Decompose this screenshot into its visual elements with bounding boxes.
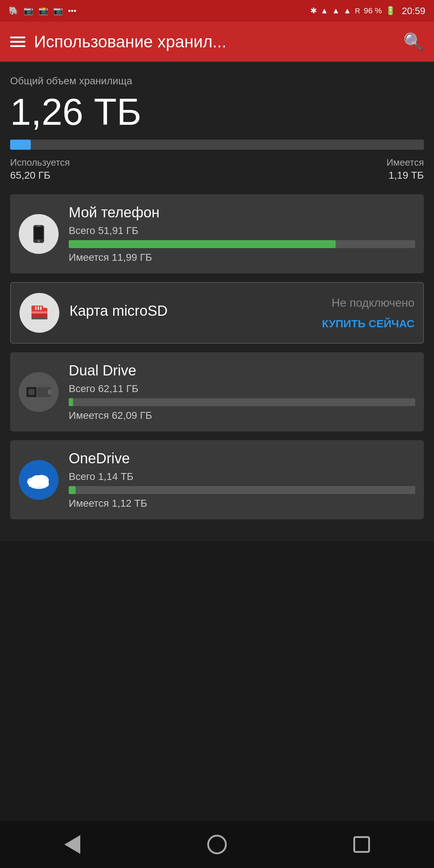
my-phone-card[interactable]: Мой телефон Всего 51,91 ГБ Имеется 11,99…	[10, 194, 424, 273]
used-stat: Используется 65,20 ГБ	[10, 157, 70, 181]
dualdrive-available-label: Имеется	[69, 410, 109, 421]
home-circle-icon	[207, 835, 227, 854]
onedrive-icon-wrapper	[19, 460, 59, 500]
svg-rect-1	[34, 227, 43, 239]
svg-rect-3	[37, 226, 41, 226]
dualdrive-card-name: Dual Drive	[69, 362, 415, 379]
total-progress-fill	[10, 140, 31, 150]
available-stat: Имеется 1,19 ТБ	[387, 157, 424, 181]
back-button[interactable]	[60, 832, 85, 857]
microsd-card[interactable]: Карта microSD Не подключено КУПИТЬ СЕЙЧА…	[10, 282, 424, 344]
microsd-icon-wrapper	[20, 293, 59, 333]
svg-rect-10	[38, 306, 39, 310]
phone-progress-bar	[69, 240, 415, 248]
camera-icon: 📸	[38, 6, 48, 16]
svg-rect-14	[48, 390, 51, 394]
onedrive-progress-fill	[69, 486, 76, 494]
onedrive-card-total: Всего 1,14 ТБ	[69, 471, 415, 482]
phone-progress-fill	[69, 240, 336, 248]
dual-drive-card[interactable]: Dual Drive Всего 62,11 ГБ Имеется 62,09 …	[10, 352, 424, 431]
instagram-icon: 📷	[24, 6, 33, 16]
total-storage-label: Общий объем хранилища	[10, 75, 424, 87]
microsd-icon	[28, 301, 51, 324]
total-progress-bar	[10, 140, 424, 150]
app-bar: Использование хранил... 🔍	[0, 22, 434, 61]
dualdrive-icon-wrapper	[19, 372, 59, 412]
dualdrive-total-value: 62,11 ГБ	[98, 383, 138, 394]
bluetooth-icon: ✱	[310, 6, 317, 16]
menu-button[interactable]	[10, 37, 25, 47]
main-content: Общий объем хранилища 1,26 ТБ Использует…	[0, 62, 434, 541]
microsd-card-info: Карта microSD	[69, 303, 237, 323]
phone-available-value: 11,99 ГБ	[112, 252, 152, 263]
available-label: Имеется	[387, 157, 424, 168]
phone-card-info: Мой телефон Всего 51,91 ГБ Имеется 11,99…	[69, 204, 415, 263]
status-icons-left: 🐘 📷 📸 📷 •••	[9, 6, 76, 16]
phone-card-name: Мой телефон	[69, 204, 415, 221]
signal2-icon: ▲	[344, 6, 352, 16]
used-label: Используется	[10, 157, 70, 168]
total-storage-section: Общий объем хранилища 1,26 ТБ Использует…	[10, 75, 424, 181]
onedrive-card[interactable]: OneDrive Всего 1,14 ТБ Имеется 1,12 ТБ	[10, 440, 424, 519]
app-bar-title: Использование хранил...	[34, 32, 395, 51]
search-button[interactable]: 🔍	[403, 32, 424, 51]
available-value: 1,19 ТБ	[387, 170, 424, 181]
phone-icon-wrapper	[19, 214, 59, 254]
phone-icon	[28, 224, 49, 244]
dualdrive-total-label: Всего	[69, 383, 95, 394]
dualdrive-available: Имеется 62,09 ГБ	[69, 410, 415, 421]
battery-percent: 96 %	[364, 6, 382, 16]
phone-total-label: Всего	[69, 225, 95, 236]
phone-available-label: Имеется	[69, 252, 109, 263]
microsd-card-name: Карта microSD	[69, 303, 237, 319]
bottom-nav	[0, 821, 434, 868]
onedrive-available-value: 1,12 ТБ	[112, 498, 147, 509]
onedrive-available: Имеется 1,12 ТБ	[69, 498, 415, 509]
onedrive-total-label: Всего	[69, 471, 95, 482]
svg-rect-15	[29, 389, 34, 395]
storage-stats: Используется 65,20 ГБ Имеется 1,19 ТБ	[10, 157, 424, 181]
phone-total-value: 51,91 ГБ	[98, 225, 138, 236]
not-connected-text: Не подключено	[332, 295, 414, 311]
onedrive-available-label: Имеется	[69, 498, 109, 509]
home-button[interactable]	[204, 832, 230, 857]
microsd-right-section: Не подключено КУПИТЬ СЕЙЧАС	[247, 295, 414, 331]
dualdrive-icon	[26, 384, 52, 400]
dualdrive-progress-bar	[69, 398, 415, 406]
svg-rect-8	[31, 317, 47, 319]
wifi-icon: ▲	[320, 6, 328, 16]
status-icons-right: ✱ ▲ ▲ ▲ R 96 % 🔋 20:59	[310, 5, 425, 17]
svg-rect-9	[35, 306, 37, 310]
buy-now-button[interactable]: КУПИТЬ СЕЙЧАС	[322, 316, 414, 331]
status-time: 20:59	[402, 5, 425, 17]
svg-rect-11	[40, 306, 42, 310]
dualdrive-progress-fill	[69, 398, 73, 406]
phone-card-total: Всего 51,91 ГБ	[69, 225, 415, 237]
more-icon: •••	[68, 6, 76, 16]
roaming-icon: R	[355, 7, 360, 15]
phone-available: Имеется 11,99 ГБ	[69, 252, 415, 263]
recent-square-icon	[353, 836, 370, 853]
onedrive-icon	[26, 470, 52, 490]
onedrive-total-value: 1,14 ТБ	[98, 471, 133, 482]
total-storage-size: 1,26 ТБ	[10, 91, 424, 132]
dualdrive-available-value: 62,09 ГБ	[112, 410, 152, 421]
dualdrive-card-total: Всего 62,11 ГБ	[69, 383, 415, 395]
onedrive-card-info: OneDrive Всего 1,14 ТБ Имеется 1,12 ТБ	[69, 450, 415, 509]
back-arrow-icon	[64, 835, 80, 854]
status-bar: 🐘 📷 📸 📷 ••• ✱ ▲ ▲ ▲ R 96 % 🔋 20:59	[0, 0, 434, 22]
onedrive-card-name: OneDrive	[69, 450, 415, 467]
battery-icon: 🔋	[386, 6, 395, 16]
camera2-icon: 📷	[53, 6, 63, 16]
svg-point-2	[37, 240, 40, 242]
onedrive-progress-bar	[69, 486, 415, 494]
evernote-icon: 🐘	[9, 6, 18, 16]
signal1-icon: ▲	[332, 6, 340, 16]
recent-button[interactable]	[349, 832, 374, 857]
dualdrive-card-info: Dual Drive Всего 62,11 ГБ Имеется 62,09 …	[69, 362, 415, 421]
used-value: 65,20 ГБ	[10, 170, 70, 181]
